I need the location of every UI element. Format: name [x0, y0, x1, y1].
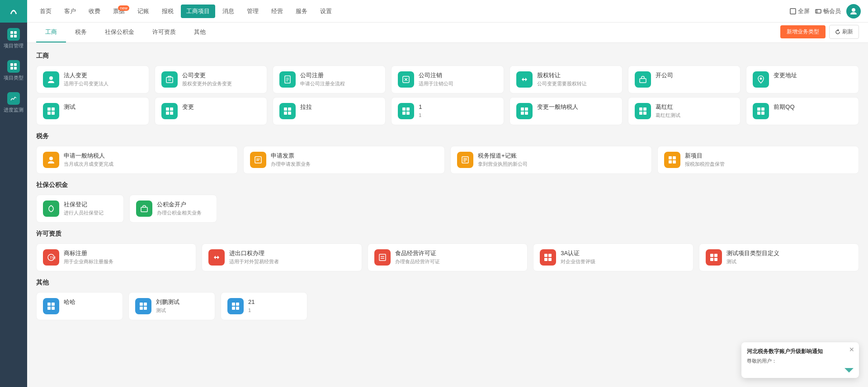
svg-point-12 [852, 8, 855, 12]
tab-gongshang[interactable]: 工商 [36, 23, 66, 42]
nav-settings[interactable]: 设置 [315, 5, 337, 18]
svg-rect-49 [643, 112, 646, 115]
sidebar-item-project-type[interactable]: 项目类型 [0, 55, 27, 87]
svg-rect-91 [236, 307, 239, 310]
card-icon-import-export [208, 249, 225, 266]
nav-client[interactable]: 客户 [59, 5, 81, 18]
svg-point-54 [49, 157, 53, 160]
card-test-type-def[interactable]: 测试项目类型目定义 测试 [699, 243, 859, 271]
card-icon-twenty-one [227, 298, 244, 314]
svg-rect-24 [640, 79, 646, 83]
card-name-change-taxpayer: 变更一般纳税人 [537, 103, 616, 111]
card-company-change[interactable]: 公司变更 股权变更外的业务变更 [155, 65, 268, 93]
tab-other[interactable]: 其他 [185, 23, 215, 42]
card-apply-invoice[interactable]: 申请发票 办理申请发票业务 [243, 146, 445, 174]
svg-rect-26 [47, 107, 51, 111]
card-twenty-one[interactable]: 21 1 [221, 292, 307, 320]
svg-rect-76 [710, 254, 713, 257]
refresh-button[interactable]: 刷新 [829, 25, 859, 39]
card-import-export[interactable]: 进出口权办理 适用于对外贸易经营者 [202, 243, 362, 271]
card-test[interactable]: 测试 [36, 97, 149, 125]
svg-rect-1 [10, 31, 13, 34]
card-icon-company-register [279, 71, 296, 88]
svg-rect-69 [379, 254, 386, 261]
card-icon-trademark: TM [43, 249, 59, 266]
card-equity-transfer[interactable]: 股权转让 公司变更需要股权转让 [509, 65, 623, 93]
svg-rect-33 [170, 112, 173, 115]
card-change-address[interactable]: 变更地址 [746, 65, 859, 93]
svg-rect-85 [144, 303, 147, 306]
card-desc-test-type-def: 测试 [726, 258, 852, 265]
card-icon-apply-taxpayer [43, 152, 59, 168]
sidebar-logo[interactable] [0, 0, 27, 23]
svg-rect-32 [166, 112, 169, 115]
nav-billing[interactable]: 收费 [83, 5, 106, 18]
nav-service[interactable]: 服务 [290, 5, 313, 18]
svg-point-25 [760, 78, 762, 80]
card-gongjijin-account[interactable]: 公积金开户 办理公积金相关业务 [129, 195, 217, 223]
new-type-button[interactable]: 新增业务类型 [780, 25, 826, 38]
card-shebao-register[interactable]: 社保登记 进行人员社保登记 [36, 195, 124, 223]
card-haha[interactable]: 哈哈 [36, 292, 123, 320]
card-legal-change[interactable]: 法人变更 适用于公司变更法人 [36, 65, 149, 93]
card-company-register[interactable]: 公司注册 申请公司注册全流程 [273, 65, 386, 93]
card-text-apply-invoice: 申请发票 办理申请发票业务 [271, 152, 438, 168]
card-3a-cert[interactable]: 3A认证 对企业信誉评级 [533, 243, 693, 271]
card-food-license[interactable]: 食品经营许可证 办理食品经营许可证 [368, 243, 528, 271]
svg-rect-7 [10, 67, 13, 70]
card-liupeng-test[interactable]: 刘鹏测试 测试 [128, 292, 215, 320]
nav-industry[interactable]: 工商项目 [181, 5, 215, 18]
card-text-twenty-one: 21 1 [248, 298, 301, 314]
card-name-prev-qq: 前期QQ [774, 103, 852, 111]
card-name-liupeng-test: 刘鹏测试 [156, 298, 208, 306]
card-change[interactable]: 变更 [155, 97, 268, 125]
card-text-legal-change: 法人变更 适用于公司变更法人 [64, 71, 142, 88]
card-gehonghong[interactable]: 葛红红 葛红红测试 [628, 97, 741, 125]
tab-zizhi[interactable]: 许可资质 [143, 23, 185, 42]
svg-rect-75 [548, 258, 552, 261]
card-name-test: 测试 [64, 103, 142, 111]
card-change-taxpayer[interactable]: 变更一般纳税人 [509, 97, 623, 125]
svg-rect-73 [548, 254, 552, 257]
nav-message[interactable]: 消息 [217, 5, 240, 18]
card-icon-legal-change [43, 71, 59, 88]
nav-account[interactable]: 记账 [132, 5, 155, 18]
svg-rect-48 [639, 112, 642, 115]
card-text-new-project: 新项目 报税加税控盘保管 [685, 152, 852, 168]
card-prev-qq[interactable]: 前期QQ [746, 97, 859, 125]
section-title-shuiwu: 税务 [36, 132, 859, 140]
card-tax-report[interactable]: 税务报道+记账 拿到营业执照的新公司 [450, 146, 652, 174]
member-btn[interactable]: 畅会员 [815, 7, 841, 15]
svg-rect-44 [521, 112, 524, 115]
card-text-lala: 拉拉 [300, 103, 379, 112]
card-new-project[interactable]: 新项目 报税加税控盘保管 [657, 146, 859, 174]
svg-rect-14 [166, 77, 173, 83]
nav-ticket[interactable]: 票据 new [108, 5, 130, 18]
svg-rect-40 [402, 112, 406, 115]
nav-home[interactable]: 首页 [34, 5, 57, 18]
card-name-gehonghong: 葛红红 [656, 103, 734, 111]
notification-close-btn[interactable]: ✕ [849, 346, 854, 353]
tab-shebao[interactable]: 社保公积金 [96, 23, 143, 42]
nav-operation[interactable]: 经营 [266, 5, 288, 18]
svg-rect-45 [525, 112, 528, 115]
nav-tax[interactable]: 报税 [156, 5, 179, 18]
sidebar-item-progress-monitor[interactable]: 进度监测 [0, 87, 27, 119]
section-title-gongshang: 工商 [36, 52, 859, 60]
card-one[interactable]: 1 1 [391, 97, 504, 125]
card-name-import-export: 进出口权办理 [229, 249, 355, 257]
sidebar-item-project-mgmt[interactable]: 项目管理 [0, 23, 27, 55]
card-text-change-address: 变更地址 [774, 71, 852, 80]
card-open-company[interactable]: 开公司 [628, 65, 741, 93]
card-trademark[interactable]: TM 商标注册 用于企业商标注册服务 [36, 243, 196, 271]
user-avatar[interactable] [846, 4, 861, 19]
svg-rect-2 [14, 31, 17, 34]
svg-rect-77 [714, 254, 717, 257]
nav-manage[interactable]: 管理 [241, 5, 264, 18]
card-lala[interactable]: 拉拉 [273, 97, 386, 125]
card-company-cancel[interactable]: 公司注销 适用于注销公司 [391, 65, 504, 93]
card-apply-taxpayer[interactable]: 申请一般纳税人 当月或次月成变更完成 [36, 146, 238, 174]
fullscreen-btn[interactable]: 全屏 [790, 7, 810, 15]
tab-shuiwu[interactable]: 税务 [66, 23, 96, 42]
card-desc-legal-change: 适用于公司变更法人 [64, 80, 142, 87]
